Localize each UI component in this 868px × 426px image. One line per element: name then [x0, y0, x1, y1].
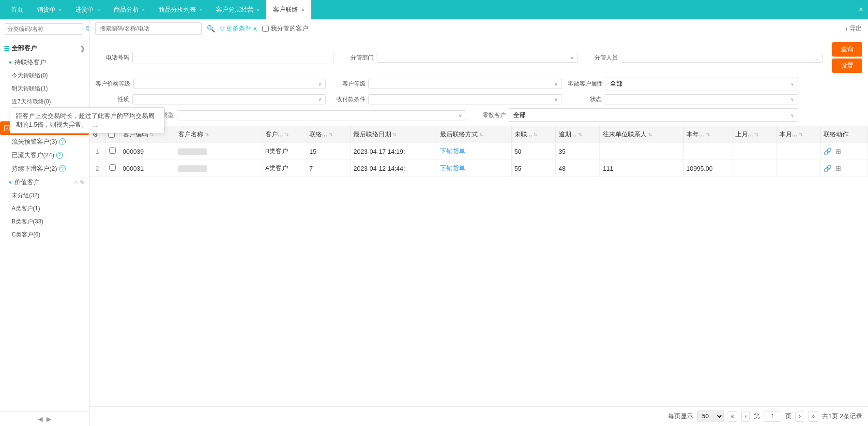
collapse-icon[interactable]: ❯	[80, 45, 85, 52]
close-all-tabs-button[interactable]: ×	[859, 5, 863, 14]
sidebar-item-today-contact[interactable]: 今天待联络(0)	[0, 69, 89, 82]
nav-sales-order[interactable]: 销货单 ×	[30, 0, 68, 19]
sidebar-item-class-a[interactable]: A类客户(1)	[0, 202, 89, 215]
this-year-cell	[683, 143, 732, 160]
sidebar-item-tomorrow-contact[interactable]: 明天待联络(1)	[0, 82, 89, 95]
status-select[interactable]: ∨	[605, 94, 798, 104]
sidebar-item-7days-contact[interactable]: 近7天待联络(0)	[0, 95, 89, 108]
sidebar-item-loss-warning[interactable]: 流失预警客户(3) ?	[0, 135, 89, 148]
edit-icon[interactable]: ○	[74, 179, 78, 186]
payment-select[interactable]: ∨	[368, 94, 562, 104]
table-row: 2 000031 A类客户 7 2023-04-12 14:44: 下销货单 5…	[90, 160, 868, 177]
sort-icon: ⇅	[706, 132, 710, 137]
nav-product-analysis[interactable]: 商品分析 ×	[107, 0, 152, 19]
th-last-month: 上月...⇅	[732, 126, 776, 143]
row-checkbox[interactable]	[109, 164, 116, 171]
retail-attr-select[interactable]: 全部 ∨	[606, 77, 798, 90]
contact-link-icon[interactable]: 🔗	[823, 147, 832, 155]
nav-customer-contact[interactable]: 客户联络 ×	[266, 0, 311, 19]
dots-icon: ...	[814, 55, 818, 60]
settings-icon[interactable]: ✎	[80, 179, 85, 186]
table-header-row: ⚙ 客户编码⇅ 客户名称⇅ 客户...⇅ 联络...⇅ 最后联络日期⇅ 最后联络…	[90, 126, 868, 143]
customer-type-select[interactable]: ∨	[177, 110, 466, 120]
more-conditions-button[interactable]: ▽ 更多条件 ∧	[220, 24, 258, 33]
person-label: 分管人员	[584, 54, 618, 62]
page-number-input[interactable]	[764, 411, 781, 422]
sidebar-item-ungrouped[interactable]: 未分组(32)	[0, 189, 89, 202]
person-select[interactable]: ...	[621, 53, 822, 63]
phone-input[interactable]	[132, 52, 334, 63]
close-icon[interactable]: ×	[199, 7, 202, 13]
retail-customer-select[interactable]: 全部 ∨	[509, 108, 798, 122]
content-area: 🔍 ▽ 更多条件 ∧ 我分管的客户 ↑ 导出 电话号码	[90, 19, 868, 426]
first-page-button[interactable]: «	[728, 411, 738, 422]
price-level-select[interactable]: ∨	[133, 79, 326, 89]
dept-select[interactable]: ∨	[377, 53, 579, 63]
nav-product-analysis-list[interactable]: 商品分析列表 ×	[152, 0, 209, 19]
filter-field-retail-customer: 零散客户 全部 ∨	[472, 108, 798, 122]
close-icon[interactable]: ×	[97, 7, 100, 13]
sidebar-item-lost-customers[interactable]: 已流失客户(24) ?	[0, 148, 89, 162]
search-input[interactable]	[95, 22, 202, 35]
my-customer-checkbox[interactable]	[262, 26, 269, 32]
my-customer-checkbox-area[interactable]: 我分管的客户	[262, 24, 308, 33]
sort-icon: ⇅	[755, 132, 759, 137]
phone-label: 电话号码	[95, 54, 129, 62]
next-page-button[interactable]: ›	[795, 411, 804, 422]
sidebar-item-declining-customers[interactable]: 持续下滑客户(2) ?	[0, 162, 89, 176]
customer-type-cell: A类客户	[262, 160, 306, 177]
row-num: 1	[90, 143, 105, 160]
customer-name-masked	[178, 148, 207, 155]
chevron-left-icon[interactable]: ◀	[38, 415, 43, 423]
sidebar-all-customers[interactable]: ☰ 全部客户 ❯	[0, 41, 89, 56]
grid-icon[interactable]: ⊞	[836, 164, 841, 172]
nav-customer-segmentation[interactable]: 客户分层经营 ×	[209, 0, 266, 19]
grid-icon[interactable]: ⊞	[836, 147, 841, 155]
sidebar-value-customers[interactable]: ▼ 价值客户 ○ ✎	[0, 176, 89, 189]
nav-home[interactable]: 首页	[4, 0, 30, 19]
sidebar-item-class-b[interactable]: B类客户(33)	[0, 215, 89, 228]
customer-name-masked	[178, 165, 207, 172]
th-not-contacted: 未联...⇅	[511, 126, 555, 143]
search-button[interactable]: 🔍	[207, 25, 215, 32]
close-icon[interactable]: ×	[142, 7, 145, 13]
chevron-down-icon: ∨	[791, 81, 794, 87]
close-icon[interactable]: ×	[59, 7, 61, 13]
filter-icon: ▽	[220, 25, 225, 32]
chevron-right-icon[interactable]: ▶	[46, 415, 51, 423]
nav-purchase-order[interactable]: 进货单 ×	[68, 0, 107, 19]
sort-icon: ⇅	[533, 132, 537, 137]
info-icon: ?	[56, 152, 63, 159]
sidebar-pending-contact[interactable]: ▼ 待联络客户	[0, 56, 89, 69]
export-button[interactable]: ↑ 导出	[845, 24, 863, 33]
settings-button[interactable]: 设置	[832, 59, 862, 73]
filter-row-1: 电话号码 分管部门 ∨ 分管人员 ...	[95, 42, 862, 73]
close-icon[interactable]: ×	[301, 7, 304, 13]
prev-page-button[interactable]: ‹	[741, 411, 750, 422]
sidebar-item-class-c[interactable]: C类客户(6)	[0, 228, 89, 241]
last-month-cell	[732, 160, 776, 177]
th-customer-name: 客户名称⇅	[175, 126, 262, 143]
contact-way-link[interactable]: 下销货单	[440, 164, 465, 172]
tooltip-close[interactable]: ...	[92, 121, 97, 128]
main-layout: 🔍 ☰ 全部客户 ❯ ▼ 待联络客户 今天待联络(0) 明天待联络(1) 近7天…	[0, 19, 868, 426]
sort-icon: ⇅	[285, 132, 289, 137]
query-button[interactable]: 查询	[832, 42, 862, 57]
export-icon: ↑	[845, 25, 849, 32]
chevron-up-icon: ∧	[253, 25, 258, 32]
tooltip-box: 距客户上次交易时长，超过了此客户的平均交易周期的1.5倍，则视为异常。 ...	[10, 107, 165, 133]
contact-link-icon[interactable]: 🔗	[823, 164, 832, 172]
contact-count-cell: 15	[306, 143, 350, 160]
last-page-button[interactable]: »	[808, 411, 818, 422]
chevron-down-icon: ∨	[570, 55, 574, 60]
contact-way-link[interactable]: 下销货单	[440, 147, 465, 155]
close-icon[interactable]: ×	[257, 7, 259, 13]
per-page-select[interactable]: 50 20 100	[697, 411, 724, 422]
row-checkbox[interactable]	[109, 147, 116, 154]
sidebar-search-input[interactable]	[4, 23, 83, 35]
search-icon[interactable]: 🔍	[85, 26, 90, 33]
nature-select[interactable]: ∨	[132, 94, 326, 104]
page-suffix-label: 页	[785, 412, 792, 421]
customer-code-cell: 000031	[120, 160, 175, 177]
customer-level-select[interactable]: ∨	[368, 79, 562, 89]
